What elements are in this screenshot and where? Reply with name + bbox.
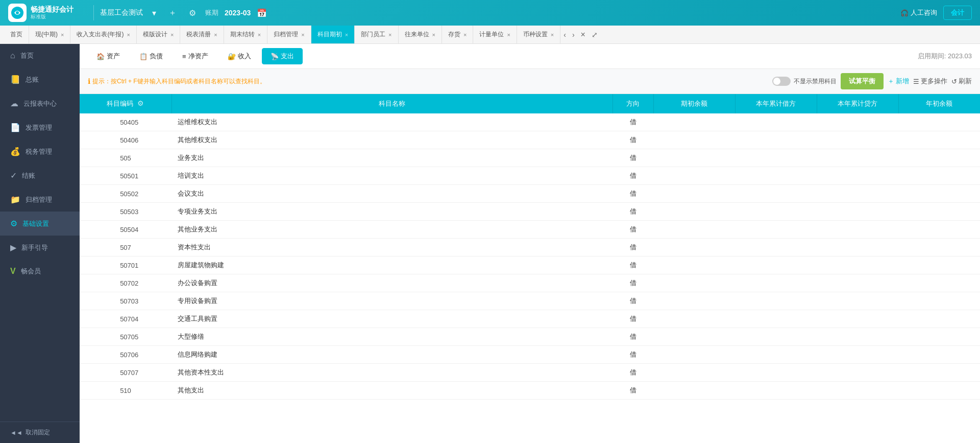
table-row[interactable]: 50503 专项业务支出 借 — [80, 203, 980, 221]
sidebar-item-archive[interactable]: 📁 归档管理 — [0, 188, 80, 212]
sidebar-item-member[interactable]: V 畅会员 — [0, 260, 80, 283]
th-direction-label: 方向 — [626, 100, 640, 107]
cell-name: 其他业务支出 — [172, 221, 612, 239]
tab-home[interactable]: 首页 — [4, 26, 29, 44]
tab-archive[interactable]: 归档管理 × — [267, 26, 311, 44]
tab-close-all-btn[interactable]: × — [578, 28, 589, 41]
sidebar-item-guide[interactable]: ▶ 新手引导 — [0, 236, 80, 260]
sidebar-collapse-btn[interactable]: ◄◄ 取消固定 — [0, 422, 80, 443]
sidebar-item-tax[interactable]: 💰 税务管理 — [0, 139, 80, 164]
tab-currency[interactable]: 币种设置 × — [517, 26, 560, 44]
tab-units[interactable]: 往来单位 × — [399, 26, 442, 44]
cell-ytd-credit — [817, 346, 898, 364]
tab-currency-close[interactable]: × — [551, 32, 554, 38]
add-icon: ＋ — [888, 77, 894, 86]
table-row[interactable]: 50502 会议支出 借 — [80, 185, 980, 203]
table-row[interactable]: 50707 其他资本性支出 借 — [80, 364, 980, 382]
cell-opening-balance — [653, 328, 735, 346]
cell-opening-balance — [653, 149, 735, 167]
tab-template-label: 模版设计 — [143, 30, 167, 39]
table-row[interactable]: 50501 培训支出 借 — [80, 167, 980, 185]
add-btn[interactable]: ＋ 新增 — [888, 77, 909, 86]
tab-tax[interactable]: 税表清册 × — [180, 26, 224, 44]
tab-inventory[interactable]: 存货 × — [442, 26, 473, 44]
table-row[interactable]: 50704 交通工具购置 借 — [80, 310, 980, 328]
company-name[interactable]: 基层工会测试 — [100, 8, 143, 17]
more-btn[interactable]: ☰ 更多操作 — [913, 77, 947, 86]
sidebar-item-invoice[interactable]: 📄 发票管理 — [0, 115, 80, 139]
cell-direction: 借 — [612, 364, 653, 382]
tab-archive-close[interactable]: × — [301, 32, 304, 38]
table-row[interactable]: 50705 大型修缮 借 — [80, 328, 980, 346]
table-row[interactable]: 507 资本性支出 借 — [80, 239, 980, 257]
th-name: 科目名称 — [172, 94, 612, 113]
tab-cashflow-close[interactable]: × — [61, 32, 64, 38]
sidebar-item-settle[interactable]: ✓ 结账 — [0, 164, 80, 188]
column-settings-icon[interactable]: ⚙ — [137, 99, 144, 107]
cell-ytd-debit — [735, 346, 817, 364]
sidebar-item-reports[interactable]: ☁ 云报表中心 — [0, 91, 80, 115]
tab-prev-btn[interactable]: ‹ — [560, 29, 569, 41]
tab-income[interactable]: 收入支出表(年报) × — [70, 26, 136, 44]
table-row[interactable]: 50702 办公设备购置 借 — [80, 274, 980, 292]
help-btn[interactable]: 🎧 人工咨询 — [900, 8, 937, 17]
cell-ytd-debit — [735, 203, 817, 221]
cell-year-opening — [898, 221, 980, 239]
tab-department[interactable]: 部门员工 × — [355, 26, 398, 44]
table-row[interactable]: 50701 房屋建筑物购建 借 — [80, 257, 980, 274]
member-icon: V — [10, 267, 16, 276]
table-row[interactable]: 50703 专用设备购置 借 — [80, 292, 980, 310]
tab-expand-btn[interactable]: ⤢ — [589, 29, 601, 41]
dropdown-btn[interactable]: ▾ — [149, 6, 159, 20]
tab-subject-period[interactable]: 科目期初 × — [311, 26, 355, 44]
subtab-expenditure[interactable]: 📡 支出 — [262, 48, 303, 64]
tab-income-close[interactable]: × — [127, 32, 130, 38]
sidebar-label-home: 首页 — [20, 51, 34, 60]
table-row[interactable]: 510 其他支出 借 — [80, 382, 980, 400]
table-row[interactable]: 50405 运维维权支出 借 — [80, 113, 980, 131]
subtab-net-asset[interactable]: ≡ 净资产 — [174, 48, 217, 64]
table-row[interactable]: 50504 其他业务支出 借 — [80, 221, 980, 239]
tab-next-btn[interactable]: › — [569, 29, 578, 41]
cell-opening-balance — [653, 292, 735, 310]
tab-cashflow[interactable]: 现(中期) × — [29, 26, 70, 44]
cell-direction: 借 — [612, 203, 653, 221]
subtab-liability[interactable]: 📋 负债 — [131, 48, 172, 64]
balance-btn[interactable]: 试算平衡 — [841, 73, 884, 89]
cell-opening-balance — [653, 203, 735, 221]
tab-template[interactable]: 模版设计 × — [137, 26, 180, 44]
period-label: 账期 — [205, 8, 218, 17]
sidebar-label-invoice: 发票管理 — [26, 123, 52, 132]
tab-department-close[interactable]: × — [388, 32, 391, 38]
tab-template-close[interactable]: × — [170, 32, 174, 38]
add-tab-btn[interactable]: ＋ — [165, 6, 180, 20]
cell-name: 运维维权支出 — [172, 113, 612, 131]
disable-toggle[interactable] — [772, 77, 791, 86]
tab-measure[interactable]: 计量单位 × — [473, 26, 517, 44]
sidebar-label-guide: 新手引导 — [21, 243, 48, 252]
settings-btn[interactable]: ⚙ — [186, 6, 199, 20]
cell-opening-balance — [653, 310, 735, 328]
subtab-income[interactable]: 🔐 收入 — [219, 48, 260, 64]
tab-measure-close[interactable]: × — [507, 32, 510, 38]
tab-period-end[interactable]: 期末结转 × — [224, 26, 267, 44]
subtab-asset[interactable]: 🏠 资产 — [88, 48, 129, 64]
table-row[interactable]: 50406 其他维权支出 借 — [80, 131, 980, 149]
sidebar-item-settings[interactable]: ⚙ 基础设置 — [0, 212, 80, 236]
table-row[interactable]: 505 业务支出 借 — [80, 149, 980, 167]
cell-year-opening — [898, 346, 980, 364]
tab-inventory-close[interactable]: × — [463, 32, 467, 38]
sidebar-item-ledger[interactable]: 📒 总账 — [0, 67, 80, 91]
table-row[interactable]: 50706 信息网络购建 借 — [80, 346, 980, 364]
more-icon: ☰ — [913, 78, 919, 85]
tab-units-close[interactable]: × — [432, 32, 435, 38]
tab-inventory-label: 存货 — [448, 30, 460, 39]
refresh-btn[interactable]: ↺ 刷新 — [951, 77, 972, 86]
tab-period-end-close[interactable]: × — [258, 32, 261, 38]
account-btn[interactable]: 会计 — [943, 6, 972, 20]
calendar-icon[interactable]: 📅 — [257, 8, 267, 18]
tab-subject-period-close[interactable]: × — [345, 32, 348, 38]
tab-tax-close[interactable]: × — [214, 32, 217, 38]
cell-opening-balance — [653, 274, 735, 292]
sidebar-item-home[interactable]: ⌂ 首页 — [0, 44, 80, 67]
